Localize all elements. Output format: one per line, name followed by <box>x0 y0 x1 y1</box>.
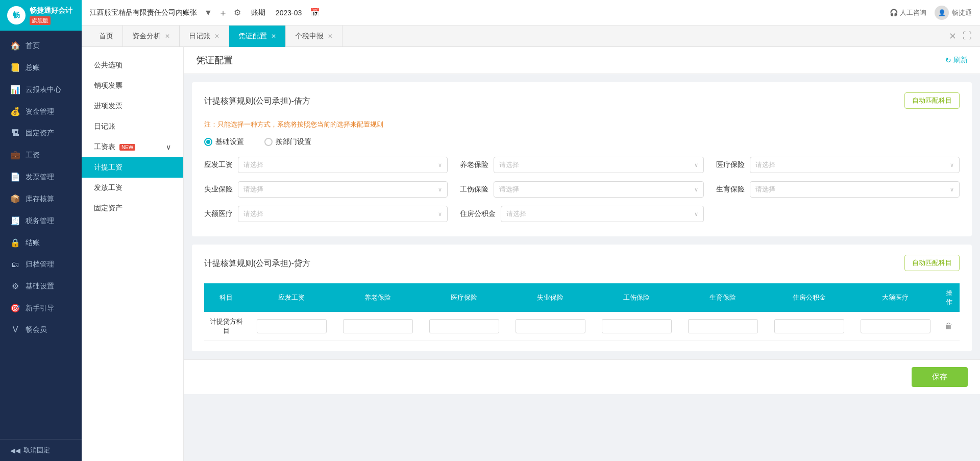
field-gongshang: 工伤保险 请选择 ∨ <box>460 181 703 198</box>
fullscreen-btn[interactable]: ⛶ <box>963 31 972 42</box>
sidebar-item-inventory[interactable]: 📦 库存核算 <box>0 188 82 210</box>
select-daeyiliao[interactable]: 请选择 ∨ <box>238 206 448 222</box>
menu-purchase-invoice[interactable]: 进项发票 <box>82 96 183 116</box>
select-shengyu[interactable]: 请选择 ∨ <box>750 181 960 198</box>
sidebar-label-archive: 归档管理 <box>26 260 54 269</box>
company-dropdown-icon[interactable]: ▼ <box>204 8 212 17</box>
select-gongshang[interactable]: 请选择 ∨ <box>494 181 703 198</box>
sidebar-item-vip[interactable]: V 畅会员 <box>0 319 82 341</box>
field-zhufang: 住房公积金 请选择 ∨ <box>460 206 703 222</box>
tab-journal[interactable]: 日记账 ✕ <box>180 26 229 47</box>
save-bar: 保存 <box>184 359 980 394</box>
input-shengyu[interactable] <box>688 319 758 333</box>
chevron-down-icon: ∨ <box>438 186 442 193</box>
tab-voucher-config[interactable]: 凭证配置 ✕ <box>229 26 286 47</box>
sidebar-item-tax[interactable]: 🧾 税务管理 <box>0 210 82 232</box>
select-yingfa[interactable]: 请选择 ∨ <box>238 157 448 173</box>
sidebar-item-guide[interactable]: 🎯 新手引导 <box>0 297 82 319</box>
sidebar-label-home: 首页 <box>26 41 40 51</box>
credit-auto-match-btn[interactable]: 自动匹配科目 <box>904 255 960 271</box>
input-yingfa[interactable] <box>257 319 327 333</box>
arrow-left-icon: ◀◀ <box>10 447 20 454</box>
menu-fixed-assets[interactable]: 固定资产 <box>82 198 183 219</box>
sidebar-item-reports[interactable]: 📊 云报表中心 <box>0 79 82 101</box>
close-tab-journal[interactable]: ✕ <box>214 33 219 40</box>
radio-dept-settings[interactable]: 按部门设置 <box>264 137 311 147</box>
close-tab-funds[interactable]: ✕ <box>165 33 170 40</box>
menu-journal[interactable]: 日记账 <box>82 116 183 137</box>
cancel-fixed-btn[interactable]: ◀◀ 取消固定 <box>0 439 82 461</box>
inventory-icon: 📦 <box>10 194 20 204</box>
sidebar-item-invoice[interactable]: 📄 发票管理 <box>0 166 82 188</box>
input-zhufang[interactable] <box>774 319 845 333</box>
sidebar-nav: 🏠 首页 📒 总账 📊 云报表中心 💰 资金管理 🏗 固定资产 💼 工资 📄 发… <box>0 31 82 439</box>
sidebar-label-vip: 畅会员 <box>26 325 47 334</box>
label-yingfa: 应发工资 <box>204 160 233 169</box>
tab-home[interactable]: 首页 <box>90 26 123 47</box>
input-yiliao[interactable] <box>429 319 500 333</box>
label-gongshang: 工伤保险 <box>460 185 488 194</box>
field-yanglao: 养老保险 请选择 ∨ <box>460 157 703 173</box>
field-daeyiliao: 大额医疗 请选择 ∨ <box>204 206 448 222</box>
col-zhufang: 住房公积金 <box>766 283 852 312</box>
select-shiye[interactable]: 请选择 ∨ <box>238 181 448 198</box>
col-subject: 科目 <box>204 283 249 312</box>
user-menu[interactable]: 👤 畅捷通 <box>935 6 972 20</box>
close-window-btn[interactable]: ✕ <box>949 31 957 42</box>
avatar: 👤 <box>935 6 949 20</box>
input-shiye[interactable] <box>516 319 586 333</box>
sidebar-item-funds[interactable]: 💰 资金管理 <box>0 101 82 123</box>
sidebar-label-assets: 固定资产 <box>26 129 54 138</box>
menu-sales-invoice[interactable]: 销项发票 <box>82 76 183 96</box>
sidebar-item-assets[interactable]: 🏗 固定资产 <box>0 123 82 144</box>
input-yanglao[interactable] <box>343 319 413 333</box>
menu-salary-table[interactable]: 工资表 NEW ∨ <box>82 137 183 157</box>
add-account-btn[interactable]: ＋ <box>218 7 228 19</box>
menu-calc-salary[interactable]: 计提工资 <box>82 157 183 178</box>
calendar-icon[interactable]: 📅 <box>310 8 320 17</box>
col-yanglao: 养老保险 <box>335 283 421 312</box>
input-gongshang[interactable] <box>602 319 672 333</box>
tab-funds-analysis[interactable]: 资金分析 ✕ <box>123 26 180 47</box>
field-shiye: 失业保险 请选择 ∨ <box>204 181 448 198</box>
save-button[interactable]: 保存 <box>912 367 968 387</box>
sidebar-item-settings[interactable]: ⚙ 基础设置 <box>0 275 82 297</box>
select-yiliao[interactable]: 请选择 ∨ <box>750 157 960 173</box>
col-action: 操作 <box>939 283 960 312</box>
col-shiye: 失业保险 <box>507 283 594 312</box>
tab-tax[interactable]: 个税申报 ✕ <box>286 26 342 47</box>
main-panel: 凭证配置 ↻ 刷新 计提核算规则(公司承担)-借方 自动匹配科目 注：只能选择一… <box>184 47 980 461</box>
chevron-down-icon: ∨ <box>694 162 698 168</box>
sidebar-item-salary[interactable]: 💼 工资 <box>0 144 82 166</box>
radio-basic-circle <box>204 138 212 146</box>
sidebar-item-home[interactable]: 🏠 首页 <box>0 35 82 57</box>
menu-public[interactable]: 公共选项 <box>82 55 183 76</box>
vip-icon: V <box>10 325 20 334</box>
close-tab-tax[interactable]: ✕ <box>328 33 333 40</box>
close-tab-voucher[interactable]: ✕ <box>271 33 276 40</box>
sidebar-item-ledger[interactable]: 📒 总账 <box>0 57 82 79</box>
refresh-btn[interactable]: ↻ 刷新 <box>945 56 968 65</box>
service-btn[interactable]: 🎧 人工咨询 <box>890 8 926 17</box>
sidebar-label-reports: 云报表中心 <box>26 85 61 94</box>
invoice-icon: 📄 <box>10 172 20 182</box>
sidebar-label-guide: 新手引导 <box>26 304 54 313</box>
select-zhufang[interactable]: 请选择 ∨ <box>501 206 703 222</box>
select-yanglao[interactable]: 请选择 ∨ <box>494 157 703 173</box>
content-area: 公共选项 销项发票 进项发票 日记账 工资表 NEW ∨ 计提工资 发放工资 固… <box>82 47 980 461</box>
field-yingfa: 应发工资 请选择 ∨ <box>204 157 448 173</box>
label-yiliao: 医疗保险 <box>716 160 745 169</box>
sidebar-item-close[interactable]: 🔒 结账 <box>0 232 82 254</box>
sidebar-item-archive[interactable]: 🗂 归档管理 <box>0 254 82 275</box>
radio-basic-settings[interactable]: 基础设置 <box>204 137 244 147</box>
left-menu: 公共选项 销项发票 进项发票 日记账 工资表 NEW ∨ 计提工资 发放工资 固… <box>82 47 184 461</box>
input-daeyiliao[interactable] <box>861 319 931 333</box>
delete-icon[interactable]: 🗑 <box>945 322 953 330</box>
menu-pay-salary[interactable]: 发放工资 <box>82 178 183 198</box>
gear-icon[interactable]: ⚙ <box>234 8 241 17</box>
table-row: 计提贷方科目 🗑 <box>204 312 960 341</box>
reports-icon: 📊 <box>10 85 20 94</box>
funds-icon: 💰 <box>10 107 20 116</box>
debit-auto-match-btn[interactable]: 自动匹配科目 <box>904 92 960 109</box>
page-title: 凭证配置 <box>196 54 233 66</box>
